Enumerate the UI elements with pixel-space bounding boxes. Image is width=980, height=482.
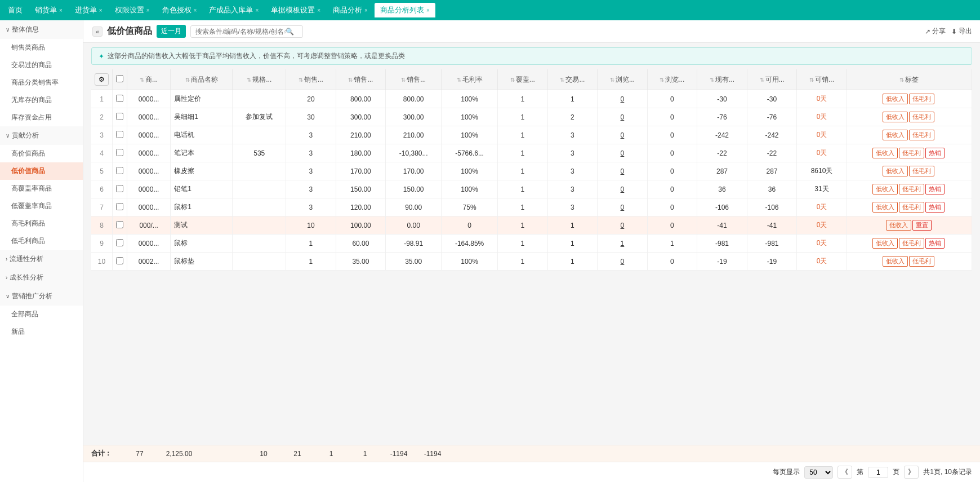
nav-product-in-close[interactable]: ×	[255, 7, 259, 14]
browse1-val[interactable]: 0	[621, 149, 625, 157]
browse1-val[interactable]: 0	[621, 113, 625, 121]
col-tags[interactable]: ⇅标签	[847, 69, 972, 90]
sidebar-item-low-value[interactable]: 低价值商品	[0, 162, 83, 180]
search-box[interactable]: 🔍	[190, 25, 303, 38]
row-checkbox[interactable]	[116, 149, 123, 156]
col-sellable[interactable]: ⇅可销...	[797, 69, 847, 90]
nav-home[interactable]: 首页	[2, 3, 28, 17]
col-browse2[interactable]: ⇅浏览...	[647, 69, 697, 90]
nav-permission[interactable]: 权限设置 ×	[109, 3, 155, 17]
sidebar-group-growth2[interactable]: › 成长性分析	[0, 268, 83, 287]
browse1-val[interactable]: 0	[621, 204, 625, 211]
row-browse1[interactable]: 0	[598, 216, 648, 235]
row-checkbox[interactable]	[116, 167, 123, 174]
sidebar-item-new-products[interactable]: 新品	[0, 323, 83, 341]
nav-purchase[interactable]: 进货单 ×	[69, 3, 108, 17]
col-sales-qty[interactable]: ⇅销售...	[286, 69, 336, 90]
row-checkbox[interactable]	[116, 131, 123, 138]
col-gear[interactable]: ⚙	[91, 69, 113, 90]
sidebar-item-high-coverage[interactable]: 高覆盖率商品	[0, 180, 83, 197]
browse1-val[interactable]: 1	[621, 240, 625, 247]
sidebar-item-high-profit[interactable]: 高毛利商品	[0, 215, 83, 232]
row-checkbox-cell[interactable]	[113, 162, 127, 180]
sidebar-group-overall[interactable]: ∨ 整体信息	[0, 20, 83, 39]
row-checkbox-cell[interactable]	[113, 198, 127, 216]
col-spec[interactable]: ⇅规格...	[233, 69, 286, 90]
row-checkbox-cell[interactable]	[113, 216, 127, 235]
row-checkbox[interactable]	[116, 221, 123, 228]
col-sales-avg[interactable]: ⇅销售...	[386, 69, 442, 90]
nav-role[interactable]: 角色授权 ×	[157, 3, 203, 17]
col-sales-amt[interactable]: ⇅销售...	[336, 69, 386, 90]
nav-template-close[interactable]: ×	[317, 7, 320, 14]
row-checkbox[interactable]	[116, 203, 123, 210]
next-page-button[interactable]: 》	[904, 466, 919, 479]
row-checkbox-cell[interactable]	[113, 180, 127, 198]
sidebar-item-traded[interactable]: 交易过的商品	[0, 56, 83, 74]
gear-button[interactable]: ⚙	[95, 73, 109, 86]
row-browse1[interactable]: 0	[598, 108, 648, 126]
export-button[interactable]: ⬇ 导出	[951, 26, 972, 36]
col-gross-rate[interactable]: ⇅毛利率	[442, 69, 498, 90]
row-browse1[interactable]: 0	[598, 162, 648, 180]
row-checkbox-cell[interactable]	[113, 90, 127, 108]
row-checkbox-cell[interactable]	[113, 235, 127, 253]
sidebar-item-all-products[interactable]: 全部商品	[0, 306, 83, 323]
row-checkbox[interactable]	[116, 257, 123, 264]
nav-analysis[interactable]: 商品分析 ×	[327, 3, 373, 17]
row-checkbox[interactable]	[116, 239, 123, 246]
col-transaction[interactable]: ⇅交易...	[547, 69, 598, 90]
sidebar-group-financial[interactable]: ∨ 贡献分析	[0, 126, 83, 145]
row-browse1[interactable]: 0	[598, 253, 648, 271]
row-browse1[interactable]: 0	[598, 180, 648, 198]
time-filter-button[interactable]: 近一月	[157, 25, 186, 38]
browse1-val[interactable]: 0	[621, 131, 625, 139]
select-all-checkbox[interactable]	[116, 75, 123, 82]
row-browse1[interactable]: 0	[598, 144, 648, 162]
share-button[interactable]: ↗ 分享	[925, 26, 946, 36]
sidebar-item-sales-cat[interactable]: 销售类商品	[0, 39, 83, 56]
nav-sales[interactable]: 销货单 ×	[29, 3, 68, 17]
table-wrapper[interactable]: ⚙ ⇅商... ⇅商品名称 ⇅规格... ⇅销售... ⇅销售... ⇅销售..…	[91, 69, 972, 445]
col-coverage[interactable]: ⇅覆盖...	[498, 69, 548, 90]
nav-analysis-list-close[interactable]: ×	[426, 7, 430, 14]
row-checkbox-cell[interactable]	[113, 108, 127, 126]
browse1-val[interactable]: 0	[621, 222, 625, 229]
nav-sales-close[interactable]: ×	[59, 7, 63, 14]
col-code[interactable]: ⇅商...	[127, 69, 171, 90]
row-checkbox-cell[interactable]	[113, 126, 127, 144]
row-browse1[interactable]: 0	[598, 126, 648, 144]
col-check[interactable]	[113, 69, 127, 90]
sidebar-item-sales-ratio[interactable]: 商品分类销售率	[0, 74, 83, 91]
search-input[interactable]	[195, 28, 286, 36]
nav-analysis-list[interactable]: 商品分析列表 ×	[375, 3, 435, 17]
row-checkbox-cell[interactable]	[113, 253, 127, 271]
row-checkbox[interactable]	[116, 113, 123, 120]
row-checkbox-cell[interactable]	[113, 144, 127, 162]
col-current[interactable]: ⇅现有...	[697, 69, 747, 90]
row-browse1[interactable]: 0	[598, 198, 648, 216]
sidebar-group-growth[interactable]: › 流通性分析	[0, 250, 83, 268]
col-available[interactable]: ⇅可用...	[747, 69, 797, 90]
sidebar-item-inventory-cost[interactable]: 库存资金占用	[0, 109, 83, 126]
row-browse1[interactable]: 0	[598, 90, 648, 108]
sidebar-item-low-coverage[interactable]: 低覆盖率商品	[0, 197, 83, 215]
browse1-val[interactable]: 0	[621, 185, 625, 193]
col-name[interactable]: ⇅商品名称	[171, 69, 233, 90]
browse1-val[interactable]: 0	[621, 95, 625, 103]
nav-analysis-close[interactable]: ×	[364, 7, 368, 14]
sidebar-item-no-inventory[interactable]: 无库存的商品	[0, 91, 83, 109]
nav-permission-close[interactable]: ×	[146, 7, 150, 14]
sidebar-item-low-profit[interactable]: 低毛利商品	[0, 232, 83, 250]
sidebar-item-high-value[interactable]: 高价值商品	[0, 145, 83, 162]
row-checkbox[interactable]	[116, 95, 123, 102]
nav-purchase-close[interactable]: ×	[99, 7, 103, 14]
row-checkbox[interactable]	[116, 185, 123, 192]
browse1-val[interactable]: 0	[621, 167, 625, 175]
browse1-val[interactable]: 0	[621, 258, 625, 266]
nav-template[interactable]: 单据模板设置 ×	[265, 3, 326, 17]
first-page-button[interactable]: 《	[838, 466, 852, 479]
nav-role-close[interactable]: ×	[194, 7, 197, 14]
sidebar-group-marketing[interactable]: ∨ 营销推广分析	[0, 287, 83, 306]
sidebar-collapse-button[interactable]: «	[92, 26, 103, 37]
